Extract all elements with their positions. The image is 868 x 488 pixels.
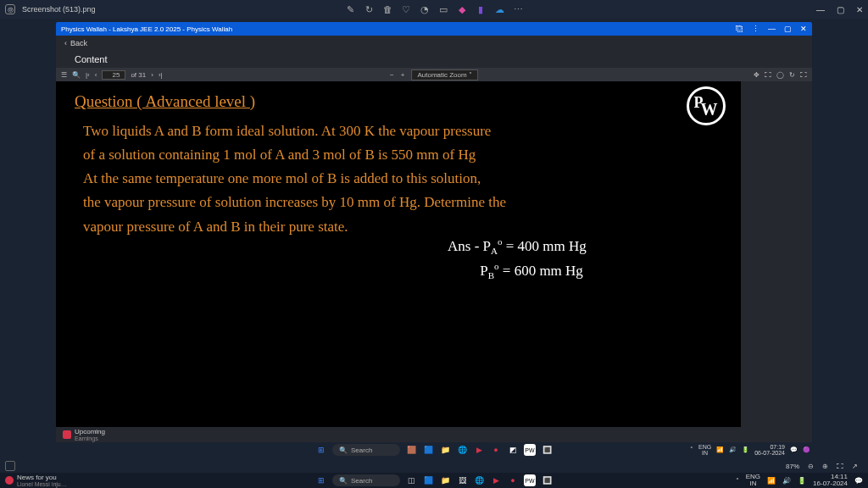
clock-icon[interactable]: ◔: [420, 4, 430, 14]
document-title: Physics Wallah - Lakshya JEE 2.0 2025 - …: [61, 25, 232, 33]
document-titlebar: Physics Wallah - Lakshya JEE 2.0 2025 - …: [56, 22, 812, 36]
app-red-icon[interactable]: ▶: [473, 444, 485, 456]
status-strip: 87% ⊖ ⊕ ⛶ ↗: [0, 459, 868, 473]
question-line1: Two liquids A and B form ideal solution.…: [75, 119, 722, 143]
host-search[interactable]: 🔍 Search: [332, 474, 400, 486]
news-widget[interactable]: News for you Lionel Messi inju…: [5, 474, 67, 487]
host-region: IN: [746, 480, 760, 487]
answer-label: Ans -: [448, 237, 479, 253]
expand-icon[interactable]: ↗: [852, 463, 858, 470]
prev-page-icon[interactable]: ‹: [95, 71, 97, 79]
inner-time[interactable]: 07:19: [754, 444, 785, 450]
inner-date: 06-07-2024: [754, 450, 785, 456]
titlebar-center-icons: ✎ ↻ 🗑 ♡ ◔ ▭ ◆ ▮ ☁ ⋯: [345, 4, 523, 14]
chrome-icon[interactable]: 🌐: [456, 444, 468, 456]
host-app1-icon[interactable]: 🟦: [422, 474, 434, 486]
app-icon: ◎: [5, 4, 15, 14]
doc-save-icon[interactable]: ⿻: [736, 25, 743, 33]
host-misc-icon[interactable]: 🔳: [541, 474, 553, 486]
zoom-in2-icon[interactable]: ⊕: [822, 463, 828, 470]
inner-search[interactable]: 🔍 Search: [332, 444, 400, 456]
host-start-icon[interactable]: ⊞: [315, 474, 327, 486]
host-date: 16-07-2024: [813, 480, 848, 487]
host-battery-icon[interactable]: 🔋: [798, 477, 806, 485]
next-page-icon[interactable]: ›: [151, 71, 153, 79]
minimize-button[interactable]: —: [816, 5, 825, 14]
widgets-icon[interactable]: 🟦: [422, 444, 434, 456]
first-page-icon[interactable]: |‹: [86, 71, 90, 79]
doc-close-button[interactable]: ✕: [800, 25, 807, 33]
host-taskbar: News for you Lionel Messi inju… ⊞ 🔍 Sear…: [0, 473, 868, 488]
host-red1-icon[interactable]: ▶: [490, 474, 502, 486]
app-misc-icon[interactable]: 🔳: [541, 444, 553, 456]
app-pw-icon[interactable]: PW: [524, 444, 536, 456]
rotate-icon[interactable]: ◯: [776, 71, 784, 79]
battery-icon[interactable]: 🔋: [742, 446, 749, 453]
host-chrome-icon[interactable]: 🌐: [473, 474, 485, 486]
refresh-icon[interactable]: ↻: [364, 4, 374, 14]
host-search-label: Search: [351, 477, 372, 485]
zoom-in-icon[interactable]: +: [401, 71, 405, 79]
pw-logo: PW: [687, 86, 726, 125]
search-icon[interactable]: 🔍: [72, 71, 81, 79]
chevron-left-icon[interactable]: ‹: [64, 39, 67, 47]
cloud-icon[interactable]: ☁: [494, 4, 504, 14]
host-chevron-up-icon[interactable]: ˄: [736, 477, 739, 485]
inner-lang[interactable]: ENG: [698, 444, 711, 450]
page-input[interactable]: 25: [102, 70, 125, 80]
upcoming-label[interactable]: Upcoming: [75, 428, 105, 435]
back-button[interactable]: Back: [70, 39, 87, 47]
explorer-icon[interactable]: 📁: [439, 444, 451, 456]
slide-canvas: PW Question ( Advanced level ) Two liqui…: [56, 81, 741, 427]
app1-icon[interactable]: ◆: [457, 4, 467, 14]
app-dark-icon[interactable]: ◩: [507, 444, 519, 456]
wifi-icon[interactable]: 📶: [716, 446, 724, 453]
back-row: ‹ Back: [56, 36, 812, 51]
volume-icon[interactable]: 🔊: [729, 446, 737, 453]
sidebar-toggle-icon[interactable]: ☰: [61, 71, 67, 79]
host-notif-icon[interactable]: 💬: [854, 477, 863, 485]
close-button[interactable]: ✕: [856, 5, 863, 14]
app-play-icon[interactable]: ●: [490, 444, 502, 456]
last-page-icon[interactable]: ›|: [159, 71, 163, 79]
cast-icon[interactable]: ▭: [438, 4, 448, 14]
edit-icon[interactable]: ✎: [345, 4, 355, 14]
select-icon[interactable]: ⛶: [765, 71, 771, 79]
host-explorer-icon[interactable]: 📁: [439, 474, 451, 486]
fit-icon[interactable]: ⛶: [837, 463, 843, 470]
zoom-out2-icon[interactable]: ⊖: [808, 463, 814, 470]
zoom-level: 87%: [786, 463, 799, 470]
inner-region: IN: [698, 450, 711, 456]
host-volume-icon[interactable]: 🔊: [782, 477, 791, 485]
more-icon[interactable]: ⋯: [513, 4, 523, 14]
taskview-icon[interactable]: 🟫: [405, 444, 417, 456]
refresh2-icon[interactable]: ↻: [789, 71, 795, 79]
notif-icon[interactable]: 💬: [790, 446, 798, 453]
host-pw-icon[interactable]: PW: [524, 474, 536, 486]
app2-icon[interactable]: ▮: [476, 4, 486, 14]
maximize-button[interactable]: ▢: [837, 5, 844, 14]
doc-more-icon[interactable]: ⋮: [752, 25, 760, 33]
start-icon[interactable]: ⊞: [315, 444, 327, 456]
status-app-icon[interactable]: [5, 461, 15, 471]
move-icon[interactable]: ✥: [754, 71, 760, 79]
doc-max-button[interactable]: ▢: [784, 25, 792, 33]
trash-icon[interactable]: 🗑: [382, 4, 392, 14]
content-heading: Content: [56, 51, 812, 68]
zoom-out-icon[interactable]: −: [390, 71, 394, 79]
news-dot-icon: [5, 476, 14, 485]
copilot-icon[interactable]: 🟣: [803, 446, 810, 453]
search-icon-inner: 🔍: [339, 446, 348, 454]
host-wifi-icon[interactable]: 📶: [767, 477, 776, 485]
earnings-label: Earnings: [75, 435, 105, 441]
fullscreen-icon[interactable]: ⛶: [800, 71, 807, 79]
host-photos-icon[interactable]: 🖼: [456, 474, 468, 486]
question-heading: Question ( Advanced level ): [75, 88, 722, 114]
host-taskview-icon[interactable]: ◫: [405, 474, 417, 486]
chevron-up-icon[interactable]: ˄: [690, 446, 693, 453]
zoom-select[interactable]: Automatic Zoom ˅: [411, 69, 477, 80]
heart-icon[interactable]: ♡: [401, 4, 411, 14]
doc-min-button[interactable]: —: [768, 25, 776, 33]
host-red2-icon[interactable]: ●: [507, 474, 519, 486]
question-line2: of a solution containing 1 mol of A and …: [75, 143, 722, 167]
